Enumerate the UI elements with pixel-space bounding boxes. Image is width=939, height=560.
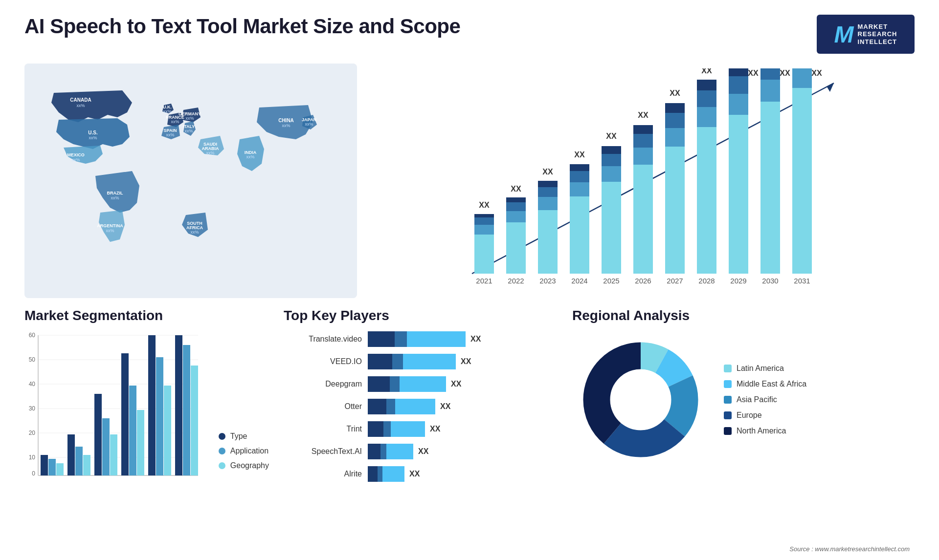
bar-seg2 [386,399,395,414]
svg-rect-42 [506,211,526,222]
svg-text:XX: XX [542,168,553,176]
svg-text:xx%: xx% [282,123,290,128]
legend-middle-east-africa: Middle East & Africa [724,380,806,388]
regional-title: Regional Analysis [572,308,915,323]
svg-rect-113 [41,455,48,475]
svg-text:2029: 2029 [730,277,746,285]
player-bar-veed: XX [368,354,558,369]
svg-rect-41 [506,222,526,274]
svg-text:ARGENTINA: ARGENTINA [97,223,123,228]
svg-rect-73 [665,113,685,128]
legend-label-na: North America [737,427,786,435]
bar-seg3 [386,444,413,459]
svg-text:XX: XX [511,185,521,193]
svg-rect-114 [48,459,56,475]
page-title: AI Speech to Text Tool Market Size and S… [24,15,460,38]
svg-rect-121 [94,394,102,475]
legend-asia-pacific: Asia Pacific [724,395,806,404]
player-row-otter: Otter XX [284,399,558,414]
svg-rect-115 [56,463,64,475]
seg-legend: Type Application Geography [219,422,269,480]
legend-color-na [724,427,732,435]
svg-text:xx%: xx% [190,230,199,235]
svg-rect-53 [570,196,589,274]
svg-text:xx%: xx% [246,154,254,159]
player-row-trint: Trint XX [284,421,558,437]
svg-rect-65 [633,165,653,274]
svg-rect-117 [67,434,75,475]
svg-rect-127 [137,410,144,475]
svg-text:XX: XX [811,69,822,77]
legend-label-latin-america: Latin America [737,364,784,373]
svg-text:XX: XX [748,69,759,77]
svg-rect-95 [792,68,812,88]
svg-text:XX: XX [479,201,490,209]
svg-text:2024: 2024 [571,277,587,285]
market-segmentation: Market Segmentation 60 50 40 30 20 10 0 [24,308,269,560]
player-name-alrite: Alrite [284,470,362,478]
regional-legend: Latin America Middle East & Africa Asia … [724,364,806,435]
logo-line3: INTELLECT [858,38,897,46]
legend-dot-type [219,433,225,440]
bar-seg2 [390,376,400,392]
legend-europe: Europe [724,411,806,420]
legend-geography: Geography [219,461,269,470]
svg-text:2028: 2028 [698,277,715,285]
svg-rect-83 [729,115,748,274]
svg-text:MEXICO: MEXICO [67,152,85,157]
svg-rect-37 [474,217,494,225]
svg-text:0: 0 [32,470,35,477]
bar-seg2 [395,331,407,347]
seg-chart-svg: 60 50 40 30 20 10 0 [24,331,201,478]
svg-rect-59 [602,182,621,274]
bar-seg3 [382,466,404,482]
svg-text:30: 30 [29,405,36,412]
player-row-translate: Translate.video XX [284,331,558,347]
svg-text:xx%: xx% [166,132,174,137]
bar-seg2 [392,354,403,369]
logo-area: M MARKET RESEARCH INTELLECT [817,15,915,54]
svg-text:xx%: xx% [206,151,214,155]
bottom-section: Market Segmentation 60 50 40 30 20 10 0 [24,308,915,560]
legend-application: Application [219,447,269,455]
bar-seg1 [368,444,380,459]
svg-text:2026: 2026 [635,277,651,285]
svg-rect-68 [633,125,653,134]
legend-label-europe: Europe [737,411,762,420]
svg-rect-119 [83,455,90,475]
svg-text:2021: 2021 [476,277,492,285]
bar-seg1 [368,399,386,414]
svg-rect-91 [760,68,780,80]
svg-rect-79 [697,90,716,107]
legend-label-geography: Geography [230,461,269,470]
legend-label-apac: Asia Pacific [737,395,777,404]
bar-chart-svg: XX 2021 XX 2022 XX [381,68,905,293]
svg-rect-47 [538,210,558,274]
svg-text:xx%: xx% [305,122,313,127]
svg-rect-89 [760,102,780,274]
svg-rect-125 [121,353,129,475]
map-section: CANADA xx% U.S. xx% MEXICO xx% BRAZIL xx… [24,64,357,298]
svg-rect-130 [156,357,163,475]
legend-label-type: Type [230,432,247,441]
logo-letter: M [834,21,854,48]
svg-rect-123 [110,434,117,475]
bar-seg3 [395,399,435,414]
svg-rect-38 [474,214,494,217]
svg-rect-118 [75,447,83,475]
svg-rect-44 [506,197,526,202]
svg-text:50: 50 [29,356,36,363]
svg-rect-67 [633,134,653,148]
svg-text:XX: XX [638,111,648,119]
player-row-deepgram: Deepgram XX [284,376,558,392]
svg-rect-36 [474,225,494,235]
svg-rect-61 [602,154,621,166]
svg-text:xx%: xx% [185,116,194,121]
key-players-section: Top Key Players Translate.video XX VEED.… [284,308,558,560]
logo-box: M MARKET RESEARCH INTELLECT [817,15,915,54]
bar-label: XX [470,335,481,344]
svg-rect-60 [602,166,621,182]
bar-seg1 [368,466,378,482]
legend-dot-geography [219,462,225,469]
player-row-veed: VEED.IO XX [284,354,558,369]
